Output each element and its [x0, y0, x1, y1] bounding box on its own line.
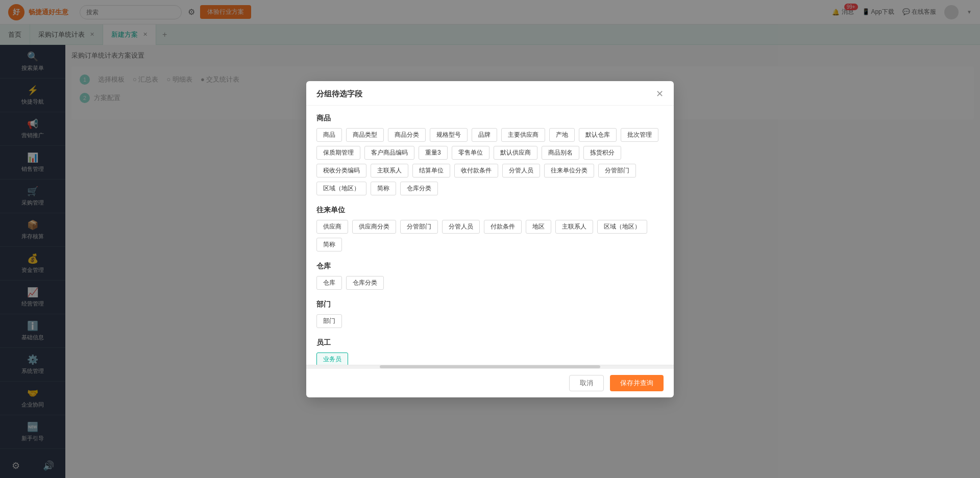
field-warehouse-category[interactable]: 仓库分类: [400, 182, 438, 195]
modal-overlay: 分组待选字段 ✕ 商品 商品 商品类型 商品分类 规格型号 品牌 主要供应商 产…: [0, 0, 980, 478]
field-grid-employee: 业务员: [316, 353, 664, 365]
field-goods[interactable]: 商品: [316, 128, 342, 142]
field-manager[interactable]: 分管人员: [502, 164, 540, 178]
section-partner-title: 往来单位: [316, 206, 664, 215]
field-supplier[interactable]: 供应商: [316, 220, 348, 234]
section-goods: 商品 商品 商品类型 商品分类 规格型号 品牌 主要供应商 产地 默认仓库 批次…: [316, 114, 664, 195]
field-payment-condition[interactable]: 付款条件: [484, 220, 522, 234]
field-batch-mgmt[interactable]: 批次管理: [621, 128, 658, 142]
section-employee: 员工 业务员: [316, 338, 664, 365]
modal-header: 分组待选字段 ✕: [306, 81, 674, 106]
section-partner: 往来单位 供应商 供应商分类 分管部门 分管人员 付款条件 地区 主联系人 区域…: [316, 206, 664, 251]
field-supplier-category[interactable]: 供应商分类: [352, 220, 396, 234]
field-grid-warehouse: 仓库 仓库分类: [316, 276, 664, 290]
field-warehouse-cat[interactable]: 仓库分类: [346, 276, 384, 290]
field-goods-category[interactable]: 商品分类: [388, 128, 426, 142]
field-main-contact[interactable]: 主联系人: [371, 164, 408, 178]
field-retail-unit[interactable]: 零售单位: [452, 146, 489, 160]
modal-horizontal-scrollbar[interactable]: [306, 365, 674, 368]
field-partner-region[interactable]: 区域（地区）: [597, 220, 647, 234]
field-partner-contact[interactable]: 主联系人: [555, 220, 593, 234]
field-partner-manager[interactable]: 分管人员: [442, 220, 480, 234]
field-tax-code[interactable]: 税收分类编码: [316, 164, 366, 178]
field-partner-dept[interactable]: 分管部门: [400, 220, 438, 234]
field-default-supplier[interactable]: 默认供应商: [494, 146, 537, 160]
field-grid-department: 部门: [316, 314, 664, 328]
section-employee-title: 员工: [316, 338, 664, 347]
field-partner-category[interactable]: 往来单位分类: [544, 164, 594, 178]
cancel-button[interactable]: 取消: [569, 375, 604, 391]
save-button[interactable]: 保存并查询: [610, 375, 664, 391]
field-weight3[interactable]: 重量3: [419, 146, 448, 160]
modal-body: 商品 商品 商品类型 商品分类 规格型号 品牌 主要供应商 产地 默认仓库 批次…: [306, 106, 674, 365]
field-grid-goods: 商品 商品类型 商品分类 规格型号 品牌 主要供应商 产地 默认仓库 批次管理 …: [316, 128, 664, 195]
field-sales-rep[interactable]: 业务员: [316, 353, 348, 365]
section-warehouse: 仓库 仓库 仓库分类: [316, 262, 664, 290]
field-department[interactable]: 部门: [316, 314, 342, 328]
field-main-supplier[interactable]: 主要供应商: [501, 128, 545, 142]
field-grid-partner: 供应商 供应商分类 分管部门 分管人员 付款条件 地区 主联系人 区域（地区） …: [316, 220, 664, 251]
field-default-warehouse[interactable]: 默认仓库: [579, 128, 617, 142]
field-pick-score[interactable]: 拣货积分: [583, 146, 621, 160]
field-short-name[interactable]: 简称: [371, 182, 396, 195]
modal-close-button[interactable]: ✕: [656, 89, 664, 98]
field-brand[interactable]: 品牌: [472, 128, 497, 142]
field-goods-alias[interactable]: 商品别名: [542, 146, 579, 160]
field-warehouse[interactable]: 仓库: [316, 276, 342, 290]
section-department: 部门 部门: [316, 300, 664, 328]
field-region[interactable]: 区域（地区）: [316, 182, 366, 195]
field-customer-code[interactable]: 客户商品编码: [364, 146, 414, 160]
section-warehouse-title: 仓库: [316, 262, 664, 271]
field-select-modal: 分组待选字段 ✕ 商品 商品 商品类型 商品分类 规格型号 品牌 主要供应商 产…: [306, 81, 674, 397]
field-partner-short-name[interactable]: 简称: [316, 238, 342, 251]
field-area[interactable]: 地区: [526, 220, 551, 234]
modal-footer: 取消 保存并查询: [306, 368, 674, 397]
field-goods-type[interactable]: 商品类型: [346, 128, 384, 142]
modal-title: 分组待选字段: [316, 89, 362, 99]
field-expiry-mgmt[interactable]: 保质期管理: [316, 146, 360, 160]
field-origin[interactable]: 产地: [549, 128, 575, 142]
field-settlement-unit[interactable]: 结算单位: [412, 164, 450, 178]
section-department-title: 部门: [316, 300, 664, 309]
section-goods-title: 商品: [316, 114, 664, 123]
field-spec-model[interactable]: 规格型号: [430, 128, 468, 142]
field-payment-terms[interactable]: 收付款条件: [454, 164, 498, 178]
field-dept[interactable]: 分管部门: [598, 164, 636, 178]
